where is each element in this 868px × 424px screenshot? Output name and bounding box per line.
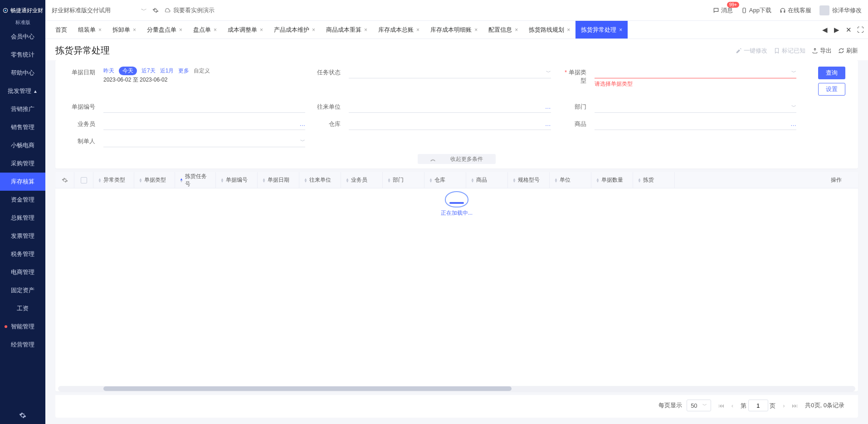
sidebar-settings[interactable]: [0, 408, 45, 424]
column-header[interactable]: ▲▼商品: [466, 172, 508, 188]
messages-button[interactable]: 消息 99+: [713, 6, 733, 14]
tab-6[interactable]: 产品成本维护×: [268, 21, 321, 39]
sidebar-item-3[interactable]: 批发管理▲: [0, 82, 45, 100]
column-header[interactable]: ▲▼业务员: [341, 172, 383, 188]
first-page-button[interactable]: ⏮: [716, 402, 727, 409]
quick-custom[interactable]: 自定义: [194, 67, 210, 75]
column-header[interactable]: ▲▼往来单位: [299, 172, 341, 188]
demo-button[interactable]: 我要看实例演示: [164, 6, 215, 14]
quick-more[interactable]: 更多: [178, 67, 189, 75]
sidebar-item-12[interactable]: 税务管理: [0, 245, 45, 263]
sidebar-item-17[interactable]: 经营管理: [0, 336, 45, 354]
salesman-lookup[interactable]: [103, 118, 305, 130]
sidebar-item-14[interactable]: 固定资产: [0, 281, 45, 299]
tab-10[interactable]: 配置信息×: [483, 21, 523, 39]
close-icon[interactable]: ×: [98, 27, 102, 33]
tab-11[interactable]: 拣货路线规划×: [523, 21, 575, 39]
sidebar-item-10[interactable]: 总账管理: [0, 209, 45, 227]
tabs-fullscreen[interactable]: ⛶: [854, 26, 866, 34]
sidebar-item-1[interactable]: 零售统计: [0, 46, 45, 64]
sidebar-item-6[interactable]: 小畅电商: [0, 136, 45, 154]
column-header[interactable]: ▲▼规格型号: [508, 172, 550, 188]
export-button[interactable]: 导出: [812, 47, 832, 55]
column-header[interactable]: ▲▼单据日期: [258, 172, 299, 188]
column-header[interactable]: ▲▼拣货: [633, 172, 675, 188]
sidebar-item-7[interactable]: 采购管理: [0, 154, 45, 173]
column-header[interactable]: ▲▼单据数量: [591, 172, 633, 188]
tab-9[interactable]: 库存成本明细账×: [425, 21, 483, 39]
sidebar-item-8[interactable]: 库存核算: [0, 173, 45, 191]
env-settings-button[interactable]: [152, 7, 159, 14]
tab-5[interactable]: 成本调整单×: [222, 21, 268, 39]
setting-button[interactable]: 设置: [818, 83, 845, 96]
tab-4[interactable]: 盘点单×: [188, 21, 222, 39]
select-all-checkbox[interactable]: [74, 172, 93, 188]
sidebar-item-11[interactable]: 发票管理: [0, 227, 45, 245]
tabs-scroll-left[interactable]: ◀: [819, 26, 831, 34]
close-icon[interactable]: ×: [619, 27, 622, 33]
column-header[interactable]: ▲▼拣货任务号: [175, 172, 216, 188]
column-header[interactable]: ▲▼单据编号: [216, 172, 258, 188]
tab-0[interactable]: 首页: [50, 21, 73, 39]
horizontal-scrollbar[interactable]: [58, 386, 855, 391]
sidebar-item-16[interactable]: 智能管理: [0, 318, 45, 336]
close-icon[interactable]: ×: [567, 27, 570, 33]
close-icon[interactable]: ×: [474, 27, 478, 33]
page-input[interactable]: [748, 400, 768, 411]
doc-type-select[interactable]: ﹀: [595, 67, 796, 78]
sidebar-item-9[interactable]: 资金管理: [0, 191, 45, 209]
user-menu[interactable]: 徐泽华修改: [819, 5, 862, 15]
quick-today[interactable]: 今天: [119, 67, 137, 75]
collapse-toggle[interactable]: ︽ 收起更多条件: [68, 153, 845, 167]
tab-1[interactable]: 组装单×: [73, 21, 107, 39]
sidebar-item-13[interactable]: 电商管理: [0, 263, 45, 281]
goods-lookup[interactable]: [595, 118, 796, 130]
prev-page-button[interactable]: ‹: [729, 402, 736, 409]
sidebar-item-0[interactable]: 会员中心: [0, 28, 45, 46]
tabs-scroll-right[interactable]: ▶: [831, 26, 843, 34]
date-filter[interactable]: 昨天 今天 近7天 近1月 更多 自定义 2023-06-02 至 2023-0…: [103, 67, 305, 84]
tab-3[interactable]: 分量盘点单×: [141, 21, 188, 39]
refresh-button[interactable]: 刷新: [838, 47, 858, 55]
column-header[interactable]: ▲▼部门: [383, 172, 424, 188]
tab-7[interactable]: 商品成本重算×: [321, 21, 373, 39]
close-icon[interactable]: ×: [416, 27, 419, 33]
quick-last1m[interactable]: 近1月: [160, 67, 174, 75]
column-header[interactable]: ▲▼仓库: [424, 172, 466, 188]
tab-12[interactable]: 拣货异常处理×: [575, 21, 628, 39]
quick-yesterday[interactable]: 昨天: [103, 67, 114, 75]
sidebar-item-4[interactable]: 营销推广: [0, 100, 45, 118]
close-icon[interactable]: ×: [214, 27, 217, 33]
close-icon[interactable]: ×: [179, 27, 182, 33]
last-page-button[interactable]: ⏭: [789, 402, 800, 409]
close-icon[interactable]: ×: [260, 27, 263, 33]
close-icon[interactable]: ×: [364, 27, 367, 33]
close-icon[interactable]: ×: [515, 27, 518, 33]
column-header[interactable]: ▲▼单位: [550, 172, 591, 188]
next-page-button[interactable]: ›: [780, 402, 787, 409]
support-button[interactable]: 在线客服: [780, 6, 811, 14]
sidebar-item-15[interactable]: 工资: [0, 299, 45, 318]
column-header[interactable]: ▲▼单据类型: [134, 172, 175, 188]
quick-last7[interactable]: 近7天: [141, 67, 156, 75]
tab-8[interactable]: 库存成本总账×: [373, 21, 425, 39]
sidebar-item-5[interactable]: 销售管理: [0, 118, 45, 136]
tab-2[interactable]: 拆卸单×: [107, 21, 141, 39]
close-icon[interactable]: ×: [312, 27, 315, 33]
task-status-select[interactable]: ﹀: [349, 67, 551, 78]
query-button[interactable]: 查询: [818, 67, 845, 79]
column-header[interactable]: ▲▼异常类型: [93, 172, 134, 188]
sidebar-item-2[interactable]: 帮助中心: [0, 64, 45, 82]
warehouse-lookup[interactable]: [349, 118, 551, 130]
close-icon[interactable]: ×: [133, 27, 136, 33]
app-download-button[interactable]: App下载: [741, 6, 771, 14]
per-page-select[interactable]: 50 ﹀: [687, 400, 711, 411]
tabs-close-all[interactable]: ✕: [843, 26, 854, 34]
environment-selector[interactable]: 好业财标准版交付试用 ﹀: [52, 6, 147, 14]
partner-lookup[interactable]: [349, 101, 551, 113]
creator-select[interactable]: ﹀: [103, 135, 305, 147]
dept-select[interactable]: ﹀: [595, 101, 796, 113]
doc-no-input[interactable]: [103, 101, 305, 113]
table-settings-col[interactable]: [55, 172, 74, 188]
scrollbar-thumb[interactable]: [103, 386, 512, 391]
